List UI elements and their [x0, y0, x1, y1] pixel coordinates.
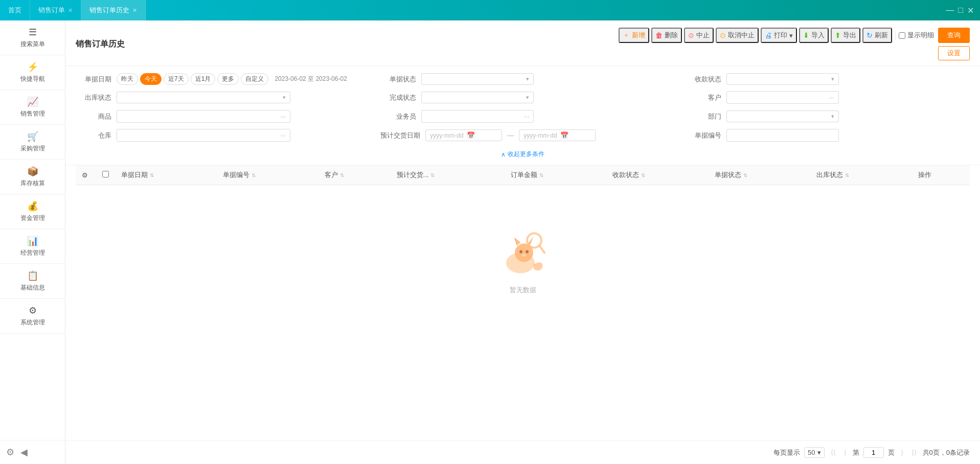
filter-group-warehouse: 仓库 ···: [76, 129, 360, 142]
sidebar-settings-icon[interactable]: ⚙: [6, 447, 14, 458]
tab-home[interactable]: 首页: [0, 0, 30, 20]
minimize-button[interactable]: —: [946, 6, 954, 15]
date-btn-more[interactable]: 更多: [217, 73, 239, 85]
warehouse-input[interactable]: ···: [117, 129, 290, 142]
th-delivery[interactable]: 预计交货... ⇅: [391, 165, 505, 185]
query-setting-group: 查询 设置: [938, 28, 970, 60]
print-label: 打印: [774, 31, 787, 40]
per-page-label: 每页显示: [773, 448, 800, 457]
receipt-status-select[interactable]: ▾: [726, 73, 839, 85]
customer-dots: ···: [829, 94, 834, 101]
delivery-start-input[interactable]: yyyy-mm-dd 📅: [425, 129, 502, 141]
th-number-label: 单据编号: [223, 170, 249, 180]
import-button[interactable]: ⬇ 导入: [799, 28, 829, 43]
sidebar-item-basic-info[interactable]: 📋 基础信息: [0, 264, 65, 299]
outbound-select[interactable]: ▾: [117, 92, 290, 103]
display-detail-input[interactable]: [899, 32, 905, 39]
sidebar-item-sales[interactable]: 📈 销售管理: [0, 90, 65, 125]
select-all-checkbox[interactable]: [102, 171, 109, 178]
date-btn-today[interactable]: 今天: [140, 73, 162, 85]
page-header: 销售订单历史 ＋ 新增 🗑 删除 ⊘ 中止: [65, 20, 980, 66]
th-number[interactable]: 单据编号 ⇅: [217, 165, 318, 185]
sidebar-item-system[interactable]: ⚙ 系统管理: [0, 299, 65, 334]
date-btn-yesterday[interactable]: 昨天: [117, 73, 138, 85]
delivery-end-input[interactable]: yyyy-mm-dd 📅: [519, 129, 596, 141]
th-amount[interactable]: 订单金额 ⇅: [505, 165, 606, 185]
sidebar-collapse-icon[interactable]: ◀: [20, 447, 28, 458]
th-order-status[interactable]: 单据状态 ⇅: [709, 165, 810, 185]
query-button[interactable]: 查询: [938, 28, 970, 43]
settings-icon[interactable]: ⚙: [82, 171, 88, 179]
outbound-label: 出库状态: [76, 93, 117, 102]
sidebar-item-purchase[interactable]: 🛒 采购管理: [0, 125, 65, 160]
th-outbound-sort-icon: ⇅: [845, 172, 849, 178]
delivery-date-range: yyyy-mm-dd 📅 — yyyy-mm-dd 📅: [425, 129, 596, 141]
completion-label: 完成状态: [380, 93, 421, 102]
sidebar-bottom: ⚙ ◀: [0, 440, 65, 464]
window-close-button[interactable]: ✕: [967, 6, 974, 15]
collapse-filter-link[interactable]: ∧ 收起更多条件: [76, 148, 970, 161]
th-settings[interactable]: ⚙: [76, 165, 96, 185]
th-customer-label: 客户: [325, 170, 338, 180]
sidebar-item-search-menu[interactable]: ☰ 搜索菜单: [0, 20, 65, 55]
refresh-icon: ↻: [867, 31, 873, 39]
filter-group-date: 单据日期 昨天 今天 近7天 近1月 更多 自定义 2023-06-02 至 2…: [76, 73, 360, 85]
tab-sales-order[interactable]: 销售订单 ✕: [30, 0, 81, 20]
customer-label: 客户: [686, 93, 726, 102]
date-btn-1month[interactable]: 近1月: [191, 73, 216, 85]
customer-input[interactable]: ···: [726, 91, 839, 104]
order-number-input[interactable]: [726, 129, 839, 142]
th-receipt-status[interactable]: 收款状态 ⇅: [606, 165, 708, 185]
cancel-stop-button[interactable]: ⊙ 取消中止: [716, 28, 759, 43]
th-order-sort-icon: ⇅: [743, 172, 747, 178]
delete-button[interactable]: 🗑 删除: [651, 28, 682, 43]
svg-line-10: [539, 246, 544, 253]
stop-button[interactable]: ⊘ 中止: [684, 28, 714, 43]
export-label: 导出: [843, 31, 856, 40]
page-number-input[interactable]: [863, 447, 884, 458]
department-select[interactable]: ▾: [726, 111, 839, 122]
table-header: ⚙ 单据日期 ⇅ 单据编号: [76, 165, 970, 185]
sidebar-item-label-sales: 销售管理: [20, 109, 45, 118]
export-button[interactable]: ⬆ 导出: [831, 28, 860, 43]
goods-input[interactable]: ···: [117, 110, 290, 123]
next-page-button[interactable]: ⟩: [899, 449, 905, 456]
page-size-value: 50: [808, 449, 815, 456]
last-page-button[interactable]: ⟩⟩: [909, 449, 919, 456]
sidebar: ☰ 搜索菜单 ⚡ 快捷导航 📈 销售管理 🛒 采购管理 📦 库存核算 💰 资金管…: [0, 20, 65, 464]
tab-sales-order-close[interactable]: ✕: [68, 7, 73, 14]
th-customer[interactable]: 客户 ⇅: [318, 165, 390, 185]
sidebar-item-inventory[interactable]: 📦 库存核算: [0, 160, 65, 194]
order-status-select[interactable]: ▾: [421, 73, 534, 85]
th-date[interactable]: 单据日期 ⇅: [115, 165, 217, 185]
salesperson-input[interactable]: ···: [421, 110, 534, 123]
maximize-button[interactable]: □: [958, 6, 963, 15]
empty-state: 暂无数据: [76, 185, 970, 315]
filter-row-4: 仓库 ··· 预计交货日期 yyyy-mm-dd 📅 —: [76, 129, 970, 142]
sidebar-item-operations[interactable]: 📊 经营管理: [0, 229, 65, 264]
refresh-button[interactable]: ↻ 刷新: [862, 28, 892, 43]
date-filter: 昨天 今天 近7天 近1月 更多 自定义: [117, 73, 268, 85]
date-range-display: 2023-06-02 至 2023-06-02: [275, 75, 347, 83]
print-button[interactable]: 🖨 打印 ▾: [761, 28, 797, 43]
page-size-select[interactable]: 50 ▾: [804, 447, 824, 458]
new-button[interactable]: ＋ 新增: [619, 28, 649, 43]
tab-list: 首页 销售订单 ✕ 销售订单历史 ✕: [0, 0, 940, 20]
date-btn-custom[interactable]: 自定义: [241, 73, 268, 85]
th-outbound-status[interactable]: 出库状态 ⇅: [810, 165, 912, 185]
content-area: 销售订单历史 ＋ 新增 🗑 删除 ⊘ 中止: [65, 20, 980, 464]
completion-select[interactable]: ▾: [421, 92, 534, 103]
tab-sales-history[interactable]: 销售订单历史 ✕: [81, 0, 146, 20]
th-checkbox[interactable]: [96, 165, 115, 185]
tab-sales-history-close[interactable]: ✕: [132, 7, 137, 14]
display-detail-checkbox[interactable]: 显示明细: [899, 31, 934, 40]
sidebar-item-finance[interactable]: 💰 资金管理: [0, 194, 65, 229]
th-number-sort-icon: ⇅: [252, 172, 256, 178]
sidebar-item-quick-nav[interactable]: ⚡ 快捷导航: [0, 55, 65, 90]
first-page-button[interactable]: ⟨⟨: [829, 449, 838, 456]
order-status-label: 单据状态: [380, 75, 421, 84]
order-number-field[interactable]: [731, 131, 834, 139]
setting-button[interactable]: 设置: [938, 46, 970, 60]
prev-page-button[interactable]: ⟨: [842, 449, 849, 456]
date-btn-7days[interactable]: 近7天: [164, 73, 189, 85]
